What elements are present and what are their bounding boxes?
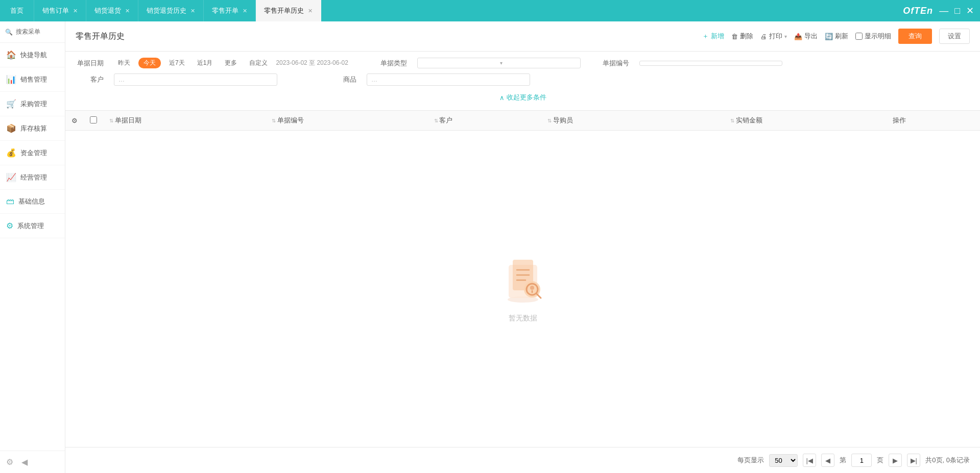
data-table: ⚙ ⇅ 单据日期 ⇅ 单据编号: [65, 111, 980, 131]
sidebar-item-quick-nav[interactable]: 🏠 快捷导航: [0, 43, 65, 67]
minimize-btn[interactable]: —: [939, 6, 948, 16]
tab-sales-return[interactable]: 销货退货 ✕: [86, 0, 138, 21]
tab-sales-order-close[interactable]: ✕: [73, 8, 78, 14]
display-detail-toggle[interactable]: 显示明细: [855, 32, 891, 41]
sidebar-item-label: 经营管理: [20, 173, 47, 182]
page-input[interactable]: [851, 454, 872, 467]
pagination: 每页显示 20 50 100 200 |◀ ◀ 第 页 ▶ ▶| 共0页, 0条…: [65, 447, 980, 473]
th-gear: ⚙: [65, 111, 84, 131]
sidebar-collapse-icon[interactable]: ◀: [21, 457, 28, 467]
goods-label: 商品: [328, 75, 356, 84]
sidebar-item-system[interactable]: ⚙ 系统管理: [0, 214, 65, 238]
tab-sales-return-history-close[interactable]: ✕: [190, 8, 195, 14]
tab-sales-return-history[interactable]: 销货退货历史 ✕: [138, 0, 204, 21]
export-button[interactable]: 📤 导出: [794, 32, 818, 41]
print-icon: 🖨: [760, 33, 767, 40]
operations-icon: 📈: [6, 172, 16, 182]
table-header-row: ⚙ ⇅ 单据日期 ⇅ 单据编号: [65, 111, 980, 131]
date-btn-yesterday[interactable]: 昨天: [114, 58, 134, 68]
sidebar-item-finance[interactable]: 💰 资金管理: [0, 141, 65, 165]
main-layout: 🔍 搜索采单 🏠 快捷导航 📊 销售管理 🛒 采购管理 📦 库存核算 💰 资金管…: [0, 21, 980, 473]
select-all-checkbox[interactable]: [90, 116, 97, 123]
tab-retail-open-history-close[interactable]: ✕: [308, 8, 313, 14]
th-salesperson[interactable]: ⇅ 导购员: [541, 111, 679, 131]
tab-retail-open-close[interactable]: ✕: [243, 8, 247, 14]
tab-sales-return-close[interactable]: ✕: [125, 8, 130, 14]
tab-home[interactable]: 首页: [0, 0, 34, 21]
maximize-btn[interactable]: □: [954, 6, 960, 16]
sidebar-item-inventory[interactable]: 📦 库存核算: [0, 116, 65, 141]
svg-point-9: [530, 286, 534, 290]
next-page-btn[interactable]: ▶: [889, 454, 902, 467]
sidebar-item-operations[interactable]: 📈 经营管理: [0, 165, 65, 190]
th-no-sort-icon: ⇅: [272, 118, 277, 123]
add-button[interactable]: ＋ 新增: [702, 32, 724, 41]
goods-input[interactable]: …: [367, 73, 530, 86]
inventory-icon: 📦: [6, 123, 16, 133]
prev-page-btn[interactable]: ◀: [821, 454, 834, 467]
customer-label: 客户: [76, 75, 104, 84]
filter-area: 单据日期 昨天 今天 近7天 近1月 更多 自定义 2023-06-02 至 2…: [65, 52, 980, 111]
date-btn-today[interactable]: 今天: [138, 58, 161, 68]
customer-input[interactable]: …: [114, 73, 277, 86]
setting-button[interactable]: 设置: [939, 29, 970, 44]
tab-sales-return-label: 销货退货: [94, 6, 121, 15]
close-btn[interactable]: ✕: [966, 5, 974, 16]
th-amount[interactable]: ⇅ 实销金额: [724, 111, 887, 131]
date-btn-1month[interactable]: 近1月: [193, 58, 217, 68]
tab-retail-open-label: 零售开单: [212, 6, 238, 15]
display-detail-checkbox[interactable]: [855, 33, 863, 40]
sidebar-item-label: 采购管理: [20, 99, 47, 109]
table-container: ⚙ ⇅ 单据日期 ⇅ 单据编号: [65, 111, 980, 447]
tab-sales-return-history-label: 销货退货历史: [147, 6, 186, 15]
sidebar-bottom: ⚙ ◀: [0, 451, 65, 473]
th-no[interactable]: ⇅ 单据编号: [266, 111, 428, 131]
bill-no-label: 单据编号: [601, 59, 629, 68]
sidebar-item-label: 销售管理: [20, 75, 47, 84]
tab-sales-order-label: 销售订单: [42, 6, 69, 15]
page-header: 零售开单历史 ＋ 新增 🗑 删除 🖨 打印 ▾ 📤 导出: [65, 21, 980, 52]
sidebar-item-purchase-mgmt[interactable]: 🛒 采购管理: [0, 92, 65, 116]
date-btn-more[interactable]: 更多: [221, 58, 241, 68]
export-label: 导出: [804, 32, 818, 41]
last-page-btn[interactable]: ▶|: [907, 454, 920, 467]
sidebar-item-label: 快捷导航: [20, 51, 47, 60]
column-settings-icon[interactable]: ⚙: [71, 117, 78, 125]
home-icon: 🏠: [6, 50, 16, 60]
th-checkbox: [84, 111, 103, 131]
bill-no-input[interactable]: [639, 61, 782, 66]
svg-line-8: [537, 294, 541, 298]
sidebar-item-sales-mgmt[interactable]: 📊 销售管理: [0, 67, 65, 92]
print-label: 打印: [769, 32, 782, 41]
per-page-select[interactable]: 20 50 100 200: [769, 454, 798, 467]
base-info-icon: 🗃: [6, 197, 14, 206]
date-btn-7days[interactable]: 近7天: [165, 58, 189, 68]
page-title: 零售开单历史: [76, 31, 125, 42]
tab-retail-open-history[interactable]: 零售开单历史 ✕: [256, 0, 321, 21]
sidebar-item-label: 系统管理: [17, 221, 44, 231]
refresh-button[interactable]: 🔄 刷新: [825, 32, 848, 41]
sidebar-search[interactable]: 🔍 搜索采单: [0, 21, 65, 43]
print-button[interactable]: 🖨 打印 ▾: [760, 32, 787, 41]
bill-type-select[interactable]: ▾: [417, 58, 581, 68]
th-salesperson-sort-icon: ⇅: [547, 118, 553, 123]
sales-icon: 📊: [6, 74, 16, 84]
delete-button[interactable]: 🗑 删除: [731, 32, 753, 41]
first-page-btn[interactable]: |◀: [803, 454, 816, 467]
purchase-icon: 🛒: [6, 99, 16, 109]
sidebar-item-base-info[interactable]: 🗃 基础信息: [0, 190, 65, 214]
filter-dates: 昨天 今天 近7天 近1月 更多 自定义 2023-06-02 至 2023-0…: [114, 58, 348, 68]
delete-label: 删除: [740, 32, 753, 41]
collapse-button[interactable]: ∧ 收起更多条件: [499, 93, 546, 102]
th-date-sort-icon: ⇅: [109, 118, 115, 123]
query-button[interactable]: 查询: [898, 29, 932, 44]
filter-row-1: 单据日期 昨天 今天 近7天 近1月 更多 自定义 2023-06-02 至 2…: [76, 58, 970, 68]
sidebar-settings-icon[interactable]: ⚙: [6, 457, 13, 467]
date-btn-custom[interactable]: 自定义: [245, 58, 272, 68]
th-customer[interactable]: ⇅ 客户: [428, 111, 542, 131]
display-detail-label: 显示明细: [865, 32, 891, 41]
tab-retail-open[interactable]: 零售开单 ✕: [204, 0, 256, 21]
th-date[interactable]: ⇅ 单据日期: [103, 111, 266, 131]
tab-sales-order[interactable]: 销售订单 ✕: [34, 0, 86, 21]
sidebar-item-label: 库存核算: [20, 124, 47, 133]
